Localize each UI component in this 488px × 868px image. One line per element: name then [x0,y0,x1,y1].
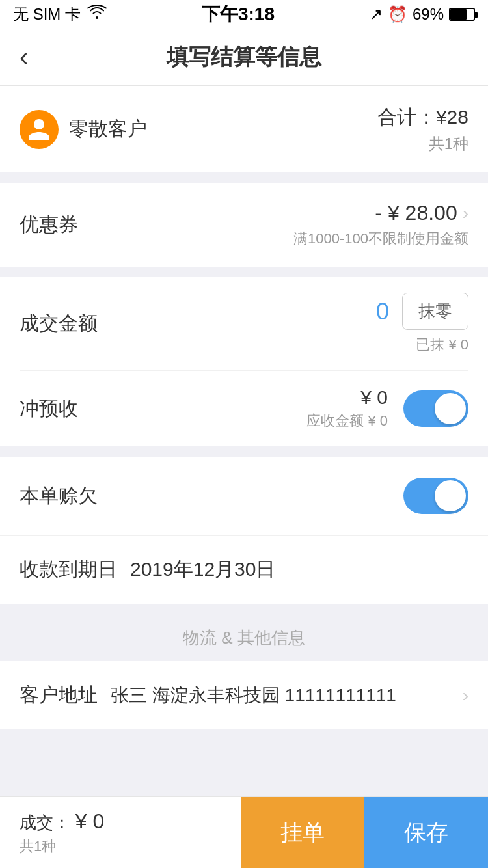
prepay-row: 冲预收 ¥ 0 应收金额 ¥ 0 [20,370,468,446]
nav-bar: ‹ 填写结算等信息 [0,29,488,86]
battery-icon [449,8,475,21]
toggle-knob [435,393,466,424]
customer-total: 合计：¥28 [377,104,468,131]
coupon-chevron-icon: › [463,203,468,224]
due-label: 收款到期日 [20,556,117,583]
person-icon [26,116,52,142]
bottom-info: 成交： ¥ 0 共1种 [0,809,241,856]
round-button[interactable]: 抹零 [402,293,468,330]
customer-left: 零散客户 [20,110,147,149]
content: 零散客户 合计：¥28 共1种 优惠券 - ¥ 28.00 › 满1000-10… [0,86,488,807]
prepay-amount: ¥ 0 [306,387,388,409]
bottom-count: 共1种 [20,837,221,856]
bottom-bar: 成交： ¥ 0 共1种 挂单 保存 [0,796,488,868]
customer-avatar [20,110,59,149]
status-left: 无 SIM 卡 [13,4,107,25]
coupon-discount: - ¥ 28.00 [375,201,457,225]
bottom-deal-amount: ¥ 0 [75,809,104,833]
coupon-card[interactable]: 优惠券 - ¥ 28.00 › 满1000-100不限制使用金额 [0,183,488,267]
debt-toggle[interactable] [403,478,468,514]
sep-line-right [318,638,475,638]
status-right: ↗ ⏰ 69% [370,5,475,23]
address-row[interactable]: 客户地址 张三 海淀永丰科技园 11111111111 › [0,661,488,729]
coupon-label: 优惠券 [20,211,78,238]
wifi-icon [87,5,107,23]
nav-title: 填写结算等信息 [167,42,321,72]
transaction-prepay-card: 成交金额 0 抹零 已抹 ¥ 0 冲预收 ¥ 0 应收金额 ¥ 0 [0,277,488,446]
coupon-row[interactable]: 优惠券 - ¥ 28.00 › 满1000-100不限制使用金额 [0,183,488,267]
customer-count: 共1种 [377,133,468,154]
status-bar: 无 SIM 卡 下午3:18 ↗ ⏰ 69% [0,0,488,29]
alarm-icon: ⏰ [388,5,407,23]
address-chevron-icon: › [463,685,468,706]
coupon-desc: 满1000-100不限制使用金额 [293,229,468,249]
address-label: 客户地址 [20,682,98,709]
section-separator-text: 物流 & 其他信息 [183,627,305,649]
debt-label: 本单赊欠 [20,483,98,509]
amount-row: 成交金额 0 抹零 已抹 ¥ 0 [20,277,468,370]
transaction-label: 成交金额 [20,310,98,337]
customer-name: 零散客户 [69,116,147,142]
section-separator: 物流 & 其他信息 [0,614,488,661]
customer-row: 零散客户 合计：¥28 共1种 [0,86,488,172]
sep-line-left [13,638,170,638]
customer-card: 零散客户 合计：¥28 共1种 [0,86,488,172]
due-date: 2019年12月30日 [130,556,275,583]
prepay-right: ¥ 0 应收金额 ¥ 0 [306,387,468,431]
status-time: 下午3:18 [202,2,275,27]
battery-percentage: 69% [413,5,444,23]
prepay-label: 冲预收 [20,396,78,422]
transaction-value: 0 [376,298,389,325]
bottom-deal-line: 成交： ¥ 0 [20,809,221,834]
debt-toggle-knob [435,480,466,511]
prepay-values: ¥ 0 应收金额 ¥ 0 [306,387,388,431]
location-icon: ↗ [370,5,383,23]
prepay-receivable: 应收金额 ¥ 0 [306,411,388,431]
address-value: 张三 海淀永丰科技园 11111111111 [111,683,463,708]
debt-card: 本单赊欠 收款到期日 2019年12月30日 [0,457,488,604]
prepay-toggle[interactable] [403,390,468,427]
hold-button[interactable]: 挂单 [241,797,364,869]
customer-right: 合计：¥28 共1种 [377,104,468,154]
save-button[interactable]: 保存 [364,797,488,869]
due-row: 收款到期日 2019年12月30日 [0,535,488,604]
transaction-sub: 已抹 ¥ 0 [416,335,468,355]
bottom-deal-label: 成交： [20,813,70,832]
coupon-right: - ¥ 28.00 › 满1000-100不限制使用金额 [293,201,468,249]
back-button[interactable]: ‹ [20,42,28,72]
sim-label: 无 SIM 卡 [13,4,81,25]
debt-row: 本单赊欠 [0,457,488,535]
